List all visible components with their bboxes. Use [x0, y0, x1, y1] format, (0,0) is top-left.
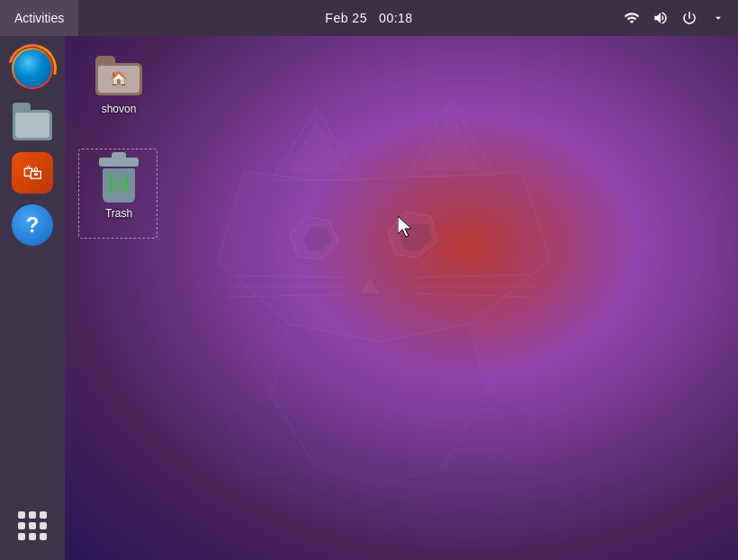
trash-label: Trash	[105, 207, 132, 220]
activities-label: Activities	[14, 11, 64, 25]
home-folder-graphic: 🏠	[95, 56, 142, 95]
show-applications-button[interactable]	[9, 502, 56, 549]
system-tray	[619, 5, 738, 31]
top-bar: Activities Feb 25 00:18	[0, 0, 738, 36]
files-icon	[13, 101, 52, 140]
trash-image: ♻	[95, 157, 142, 203]
volume-icon[interactable]	[648, 5, 673, 31]
grid-icon	[18, 511, 47, 540]
power-icon[interactable]	[677, 5, 702, 31]
trash-icon[interactable]: ♻ Trash	[83, 153, 155, 223]
sidebar-item-firefox[interactable]	[9, 45, 56, 92]
home-folder-label: shovon	[102, 103, 137, 115]
home-folder-icon[interactable]: 🏠 shovon	[83, 49, 155, 119]
trash-graphic: ♻	[99, 158, 139, 203]
sidebar-dock: 🛍 ?	[0, 36, 65, 560]
firefox-icon	[12, 48, 53, 89]
system-menu-icon[interactable]	[706, 5, 731, 31]
clock-display: Feb 25 00:18	[325, 11, 412, 25]
sidebar-item-software[interactable]: 🛍	[9, 149, 56, 196]
software-center-icon: 🛍	[12, 152, 53, 194]
network-icon[interactable]	[619, 5, 644, 31]
desktop[interactable]: 🏠 shovon ♻ Trash	[65, 36, 738, 560]
sidebar-item-files[interactable]	[9, 97, 56, 144]
cat-wallpaper	[65, 36, 738, 560]
home-folder-image: 🏠	[95, 52, 142, 99]
time-label: 00:18	[379, 11, 413, 25]
sidebar-item-help[interactable]: ?	[9, 202, 56, 248]
svg-marker-4	[218, 171, 550, 341]
date-label: Feb 25	[325, 11, 367, 25]
help-icon: ?	[12, 204, 53, 246]
activities-button[interactable]: Activities	[0, 0, 78, 36]
